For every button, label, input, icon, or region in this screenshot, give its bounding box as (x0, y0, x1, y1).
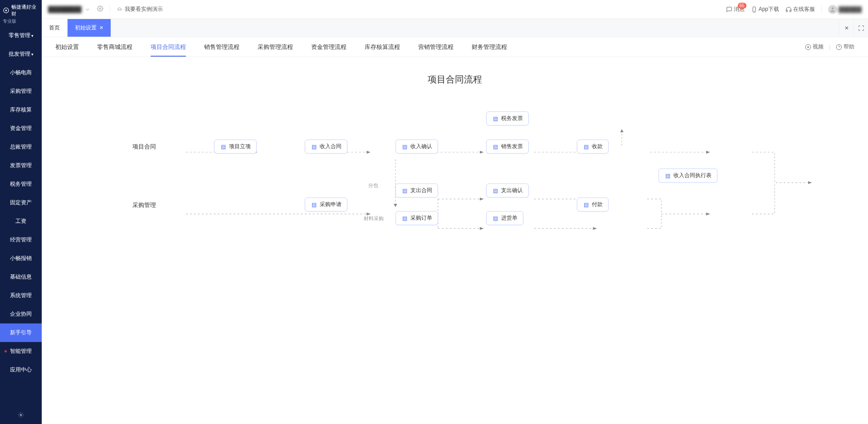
chevron-down-icon (84, 6, 91, 13)
user-menu[interactable]: ██████ (828, 5, 862, 14)
play-icon (805, 44, 811, 50)
demo-link[interactable]: 我要看实例演示 (117, 5, 163, 13)
doc-icon: ▤ (492, 215, 498, 222)
sidebar-item-16[interactable]: 新手引导 (0, 323, 42, 342)
node-sales-invoice[interactable]: ▤销售发票 (486, 140, 529, 154)
node-receipt[interactable]: ▤收款 (577, 140, 609, 154)
app-logo: 畅捷通好业财 专业版 (0, 0, 42, 26)
subtab-8[interactable]: 财务管理流程 (472, 38, 507, 57)
sidebar-item-5[interactable]: 资金管理 (0, 119, 42, 138)
help-icon (836, 44, 842, 50)
flow-lines (42, 57, 868, 424)
chevron-down-icon: ▾ (31, 34, 34, 38)
flow-title: 项目合同流程 (428, 73, 482, 86)
node-project-setup[interactable]: ▤项目立项 (214, 140, 257, 154)
gear-icon (97, 5, 103, 12)
subtab-6[interactable]: 库存核算流程 (365, 38, 400, 57)
node-goods-receipt[interactable]: ▤进货单 (486, 211, 523, 225)
subtab-1[interactable]: 零售商城流程 (97, 38, 132, 57)
message-icon (726, 6, 732, 13)
doc-icon: ▤ (492, 188, 498, 194)
fullscreen-icon (858, 25, 864, 31)
sidebar: 畅捷通好业财 专业版 零售管理▾批发管理▾小畅电商采购管理库存核算资金管理总账管… (0, 0, 42, 424)
svg-point-2 (20, 414, 22, 416)
logo-icon (3, 7, 10, 14)
node-expense-confirm[interactable]: ▤支出确认 (486, 183, 529, 198)
svg-point-9 (836, 44, 842, 50)
node-income-confirm[interactable]: ▤收入确认 (395, 140, 438, 154)
doc-icon: ▤ (311, 202, 317, 208)
doc-icon: ▤ (492, 116, 498, 122)
node-payment[interactable]: ▤付款 (577, 198, 609, 212)
subtab-2[interactable]: 项目合同流程 (151, 38, 186, 57)
svg-point-1 (5, 10, 7, 11)
video-link[interactable]: 视频 (805, 43, 824, 51)
sidebar-item-7[interactable]: 发票管理 (0, 156, 42, 175)
svg-rect-4 (753, 7, 756, 12)
node-purchase-request[interactable]: ▤采购申请 (305, 198, 347, 212)
subtab-3[interactable]: 销售管理流程 (204, 38, 239, 57)
edge-label-subcontract: 分包 (368, 182, 378, 189)
messages-badge: 65 (738, 3, 746, 9)
subtab-4[interactable]: 采购管理流程 (258, 38, 293, 57)
sidebar-item-3[interactable]: 采购管理 (0, 82, 42, 101)
close-icon[interactable]: ✕ (99, 25, 103, 31)
sidebar-item-12[interactable]: 小畅报销 (0, 249, 42, 268)
messages-button[interactable]: 消息 65 (726, 5, 745, 13)
doc-icon: ▤ (220, 144, 226, 150)
section-label-purchase: 采购管理 (132, 201, 156, 209)
node-tax-invoice[interactable]: ▤税务发票 (486, 111, 529, 125)
settings-button[interactable] (0, 407, 42, 424)
sidebar-item-10[interactable]: 工资 (0, 212, 42, 231)
sidebar-item-0[interactable]: 零售管理▾ (0, 26, 42, 45)
node-income-report[interactable]: ▤收入合同执行表 (658, 169, 717, 183)
edge-label-material: 材料采购 (364, 215, 384, 222)
headset-icon (785, 6, 792, 13)
help-link[interactable]: 帮助 (836, 43, 854, 51)
gear-icon (18, 412, 24, 418)
sidebar-item-8[interactable]: 税务管理 (0, 175, 42, 193)
svg-marker-8 (808, 46, 809, 48)
doc-icon: ▤ (492, 144, 498, 150)
fullscreen-button[interactable] (853, 19, 868, 37)
phone-icon (751, 6, 757, 13)
cloud-icon (117, 6, 123, 13)
subtab-7[interactable]: 营销管理流程 (418, 38, 454, 57)
sidebar-item-4[interactable]: 库存核算 (0, 101, 42, 119)
org-settings-button[interactable] (97, 5, 103, 13)
subtab-5[interactable]: 资金管理流程 (311, 38, 346, 57)
flow-canvas: 项目合同流程 项目合同 采购管理 分包 材料采购 (42, 57, 868, 424)
topbar: ████████ 我要看实例演示 消息 65 App下载 在线客服 (42, 0, 868, 19)
tab-0[interactable]: 首页 (42, 19, 68, 37)
sidebar-item-17[interactable]: 智能管理 (0, 342, 42, 361)
sidebar-item-11[interactable]: 经营管理 (0, 231, 42, 249)
main: ████████ 我要看实例演示 消息 65 App下载 在线客服 (42, 0, 868, 424)
node-income-contract[interactable]: ▤收入合同 (305, 140, 347, 154)
doc-icon: ▤ (401, 144, 408, 150)
app-download-button[interactable]: App下载 (751, 5, 779, 13)
sidebar-item-9[interactable]: 固定资产 (0, 193, 42, 212)
sidebar-item-14[interactable]: 系统管理 (0, 286, 42, 305)
sidebar-item-18[interactable]: 应用中心 (0, 361, 42, 379)
node-expense-contract[interactable]: ▤支出合同 (395, 183, 438, 198)
tab-1[interactable]: 初始设置✕ (68, 19, 111, 37)
support-button[interactable]: 在线客服 (785, 5, 815, 13)
sidebar-item-1[interactable]: 批发管理▾ (0, 45, 42, 63)
org-selector[interactable]: ████████ (48, 6, 91, 13)
notification-dot (5, 350, 7, 352)
subtab-0[interactable]: 初始设置 (55, 38, 79, 57)
tab-close-button[interactable]: ✕ (839, 19, 853, 37)
sidebar-item-13[interactable]: 基础信息 (0, 268, 42, 286)
svg-point-3 (99, 8, 101, 10)
sidebar-item-2[interactable]: 小畅电商 (0, 63, 42, 82)
sidebar-item-15[interactable]: 企业协同 (0, 305, 42, 323)
subtabs: 初始设置零售商城流程项目合同流程销售管理流程采购管理流程资金管理流程库存核算流程… (42, 37, 868, 57)
section-label-project: 项目合同 (132, 143, 156, 151)
doc-icon: ▤ (583, 144, 589, 150)
doc-icon: ▤ (583, 202, 589, 208)
doc-icon: ▤ (311, 144, 317, 150)
sidebar-item-6[interactable]: 总账管理 (0, 138, 42, 156)
doc-icon: ▤ (401, 215, 408, 222)
node-purchase-order[interactable]: ▤采购订单 (395, 211, 438, 225)
avatar-icon (828, 5, 837, 14)
